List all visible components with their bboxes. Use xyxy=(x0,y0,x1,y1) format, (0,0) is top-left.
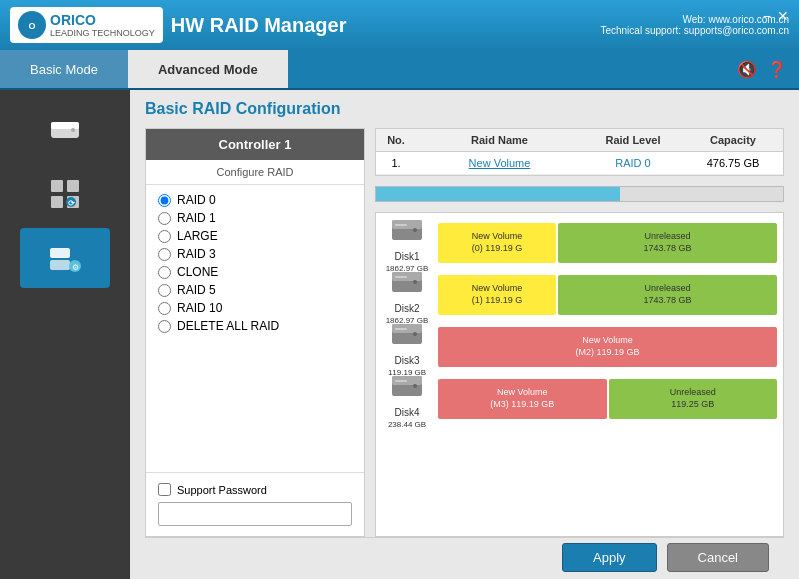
content-area: Basic RAID Configuration Controller 1 Co… xyxy=(130,90,799,579)
right-panel: No. Raid Name Raid Level Capacity 1. New… xyxy=(375,128,784,537)
password-input[interactable] xyxy=(158,502,352,526)
radio-raid1-label: RAID 1 xyxy=(177,211,216,225)
logo-sub: LEADING TECHNOLOGY xyxy=(50,28,155,39)
radio-large-input[interactable] xyxy=(158,230,171,243)
svg-text:⟳: ⟳ xyxy=(68,199,75,208)
disk3-icon-area: Disk3119.19 GB xyxy=(382,318,432,377)
svg-rect-12 xyxy=(50,260,70,270)
raid-icon: ⚙ xyxy=(47,240,83,276)
disk1-icon xyxy=(391,214,423,246)
svg-text:⚙: ⚙ xyxy=(72,263,79,272)
sidebar-item-grid[interactable]: ⟳ xyxy=(20,164,110,224)
radio-raid0[interactable]: RAID 0 xyxy=(158,193,352,207)
raid-name-link[interactable]: New Volume xyxy=(469,157,531,169)
page-title: Basic RAID Configuration xyxy=(145,100,784,118)
help-button[interactable]: ❓ xyxy=(767,60,787,79)
sidebar-item-hdd[interactable] xyxy=(20,100,110,160)
svg-point-25 xyxy=(413,332,417,336)
svg-rect-18 xyxy=(395,224,407,226)
progress-fill xyxy=(376,187,620,201)
radio-raid1[interactable]: RAID 1 xyxy=(158,211,352,225)
radio-delete-input[interactable] xyxy=(158,320,171,333)
svg-rect-22 xyxy=(395,276,407,278)
disk2-icon-area: Disk21862.97 GB xyxy=(382,266,432,325)
radio-raid3[interactable]: RAID 3 xyxy=(158,247,352,261)
tab-bar: Basic Mode Advanced Mode 🔇 ❓ xyxy=(0,50,799,90)
radio-raid0-label: RAID 0 xyxy=(177,193,216,207)
support-password-checkbox[interactable] xyxy=(158,483,171,496)
radio-delete-label: DELETE ALL RAID xyxy=(177,319,279,333)
cancel-button[interactable]: Cancel xyxy=(667,543,769,572)
logo-icon: O xyxy=(18,11,46,39)
support-password-label: Support Password xyxy=(177,484,267,496)
close-button[interactable]: ✕ xyxy=(777,8,789,24)
disk1-seg1: New Volume(0) 119.19 G xyxy=(438,223,556,263)
svg-text:O: O xyxy=(28,21,35,31)
disk4-icon-area: Disk4238.44 GB xyxy=(382,370,432,429)
hdd-icon xyxy=(47,112,83,148)
logo-box: O ORICO LEADING TECHNOLOGY xyxy=(10,7,163,43)
svg-point-29 xyxy=(413,384,417,388)
table-header: No. Raid Name Raid Level Capacity xyxy=(376,129,783,152)
disk4-seg1: New Volume(M3) 119.19 GB xyxy=(438,379,607,419)
svg-rect-11 xyxy=(50,248,70,258)
disk-row-1: Disk11862.97 GB New Volume(0) 119.19 G U… xyxy=(382,219,777,267)
title-controls[interactable]: − ✕ xyxy=(763,8,789,24)
mute-button[interactable]: 🔇 xyxy=(737,60,757,79)
radio-clone[interactable]: CLONE xyxy=(158,265,352,279)
row-level: RAID 0 xyxy=(583,152,683,174)
disk1-icon-area: Disk11862.97 GB xyxy=(382,214,432,273)
radio-raid0-input[interactable] xyxy=(158,194,171,207)
configure-raid: Configure RAID xyxy=(146,160,364,185)
disk4-icon xyxy=(391,370,423,402)
radio-raid3-label: RAID 3 xyxy=(177,247,216,261)
sidebar-item-raid[interactable]: ⚙ xyxy=(20,228,110,288)
minimize-button[interactable]: − xyxy=(763,8,771,24)
row-capacity: 476.75 GB xyxy=(683,152,783,174)
svg-rect-30 xyxy=(395,380,407,382)
disk4-bars: New Volume(M3) 119.19 GB Unreleased119.2… xyxy=(438,379,777,419)
disk1-bars: New Volume(0) 119.19 G Unreleased1743.78… xyxy=(438,223,777,263)
raid-level-badge: RAID 0 xyxy=(615,157,650,169)
disk3-seg1: New Volume(M2) 119.19 GB xyxy=(438,327,777,367)
app-title: HW RAID Manager xyxy=(171,14,347,37)
header-no: No. xyxy=(376,129,416,151)
tab-spacer: 🔇 ❓ xyxy=(288,50,799,88)
apply-button[interactable]: Apply xyxy=(562,543,657,572)
svg-rect-6 xyxy=(67,180,79,192)
radio-raid3-input[interactable] xyxy=(158,248,171,261)
table-row: 1. New Volume RAID 0 476.75 GB xyxy=(376,152,783,175)
radio-clone-input[interactable] xyxy=(158,266,171,279)
radio-raid5[interactable]: RAID 5 xyxy=(158,283,352,297)
panels: Controller 1 Configure RAID RAID 0 RAID … xyxy=(145,128,784,537)
disk-row-4: Disk4238.44 GB New Volume(M3) 119.19 GB … xyxy=(382,375,777,423)
header-level: Raid Level xyxy=(583,129,683,151)
disk2-seg1: New Volume(1) 119.19 G xyxy=(438,275,556,315)
disk4-label: Disk4238.44 GB xyxy=(382,407,432,429)
svg-rect-3 xyxy=(51,122,79,129)
sidebar: ⟳ ⚙ xyxy=(0,90,130,579)
radio-large[interactable]: LARGE xyxy=(158,229,352,243)
disk-row-2: Disk21862.97 GB New Volume(1) 119.19 G U… xyxy=(382,271,777,319)
main-layout: ⟳ ⚙ Basic RAID Configuration Controller … xyxy=(0,90,799,579)
disk-area: Disk11862.97 GB New Volume(0) 119.19 G U… xyxy=(375,212,784,537)
svg-rect-26 xyxy=(395,328,407,330)
tab-advanced[interactable]: Advanced Mode xyxy=(128,50,288,88)
title-bar: O ORICO LEADING TECHNOLOGY HW RAID Manag… xyxy=(0,0,799,50)
tab-basic[interactable]: Basic Mode xyxy=(0,50,128,88)
title-bar-left: O ORICO LEADING TECHNOLOGY HW RAID Manag… xyxy=(10,7,346,43)
radio-raid10[interactable]: RAID 10 xyxy=(158,301,352,315)
radio-raid10-input[interactable] xyxy=(158,302,171,315)
raid-table: No. Raid Name Raid Level Capacity 1. New… xyxy=(375,128,784,176)
logo-text-block: ORICO LEADING TECHNOLOGY xyxy=(50,12,155,39)
svg-point-21 xyxy=(413,280,417,284)
radio-raid5-input[interactable] xyxy=(158,284,171,297)
radio-delete-all[interactable]: DELETE ALL RAID xyxy=(158,319,352,333)
radio-raid1-input[interactable] xyxy=(158,212,171,225)
radio-large-label: LARGE xyxy=(177,229,218,243)
disk-row-3: Disk3119.19 GB New Volume(M2) 119.19 GB xyxy=(382,323,777,371)
svg-rect-5 xyxy=(51,180,63,192)
support-row[interactable]: Support Password xyxy=(158,483,352,496)
disk3-bars: New Volume(M2) 119.19 GB xyxy=(438,327,777,367)
left-panel: Controller 1 Configure RAID RAID 0 RAID … xyxy=(145,128,365,537)
